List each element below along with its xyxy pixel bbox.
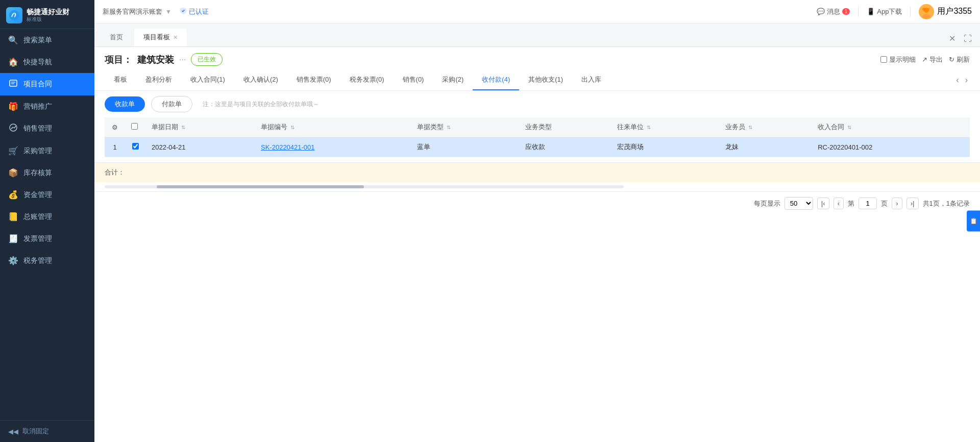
export-button[interactable]: ↗ 导出 (922, 55, 943, 64)
tab-close-icon[interactable]: ✕ (173, 34, 178, 41)
divider-1 (858, 7, 859, 17)
subtab-other-expense[interactable]: 其他收支(1) (519, 70, 572, 90)
subtab-prev-icon[interactable]: ‹ (954, 73, 961, 87)
sidebar-item-search[interactable]: 🔍 搜索菜单 (0, 29, 94, 51)
account-switcher[interactable]: 新服务官网演示账套 ▼ (103, 7, 172, 16)
page-input[interactable] (859, 198, 877, 209)
first-page-btn[interactable]: |‹ (817, 198, 829, 209)
sidebar-nav: 🔍 搜索菜单 🏠 快捷导航 项目合同 🎁 营销推广 (0, 29, 94, 420)
page-header-right: 显示明细 ↗ 导出 ↻ 刷新 (880, 55, 970, 64)
show-detail-checkbox[interactable] (880, 56, 887, 63)
row-index: 1 (105, 137, 125, 157)
refresh-icon: ↻ (949, 56, 954, 63)
more-options-icon[interactable]: ··· (179, 55, 186, 64)
search-icon: 🔍 (8, 35, 18, 45)
row-partner: 宏茂商场 (611, 137, 719, 157)
sidebar-item-ledger[interactable]: 📒 总账管理 (0, 206, 94, 228)
col-settings[interactable]: ⚙ (105, 117, 125, 137)
payment-filter-btn[interactable]: 付款单 (151, 96, 192, 112)
sidebar-item-marketing[interactable]: 🎁 营销推广 (0, 95, 94, 117)
number-sort-icon[interactable]: ⇅ (290, 125, 295, 130)
partner-sort-icon[interactable]: ⇅ (647, 125, 651, 130)
total-info: 共1页，1条记录 (923, 199, 970, 208)
refresh-button[interactable]: ↻ 刷新 (949, 55, 970, 64)
table-row[interactable]: 1 2022-04-21 SK-20220421-001 蓝单 应收款 宏茂商场 (105, 137, 970, 157)
app-version: 标准版 (27, 16, 69, 23)
subtab-income-contract[interactable]: 收入合同(1) (181, 70, 234, 90)
last-page-btn[interactable]: ›| (906, 198, 919, 209)
float-panel[interactable]: 📋 (967, 211, 980, 232)
sidebar-label-project: 项目合同 (23, 80, 52, 89)
user-menu[interactable]: 用户3355 (919, 4, 972, 19)
col-checkbox (125, 117, 145, 137)
row-checkbox[interactable] (132, 143, 139, 150)
verified-label: 已认证 (189, 7, 209, 16)
type-sort-icon[interactable]: ⇅ (447, 125, 451, 130)
select-all-checkbox[interactable] (131, 123, 138, 130)
phone-icon: 📱 (867, 8, 875, 15)
sidebar-item-sales[interactable]: 销售管理 (0, 117, 94, 140)
table-body: 1 2022-04-21 SK-20220421-001 蓝单 应收款 宏茂商场 (105, 137, 970, 157)
page-size-select[interactable]: 50 100 200 (785, 197, 813, 210)
subtab-warehouse[interactable]: 出入库 (572, 70, 610, 90)
subtab-sales[interactable]: 销售(0) (394, 70, 433, 90)
app-download-button[interactable]: 📱 App下载 (867, 7, 902, 16)
home-icon: 🏠 (8, 57, 18, 67)
col-type: 单据类型 ⇅ (411, 117, 519, 137)
row-biz-type: 应收款 (519, 137, 611, 157)
sidebar-item-invoice[interactable]: 🧾 发票管理 (0, 228, 94, 250)
svg-point-12 (922, 8, 925, 11)
sidebar-label-marketing: 营销推广 (23, 102, 52, 111)
subtab-next-icon[interactable]: › (963, 73, 970, 87)
tab-home[interactable]: 首页 (101, 29, 132, 46)
sidebar-item-inventory[interactable]: 📦 库存核算 (0, 162, 94, 184)
page-header: 项目： 建筑安装 ··· 已生效 显示明细 ↗ 导出 ↻ 刷新 (94, 47, 980, 70)
messages-badge: 1 (842, 8, 850, 15)
sidebar-label-capital: 资金管理 (23, 190, 52, 200)
row-number[interactable]: SK-20220421-001 (255, 137, 411, 157)
income-contract-sort-icon[interactable]: ⇅ (847, 125, 851, 130)
prev-page-btn[interactable]: ‹ (834, 198, 844, 209)
subtab-income-confirm[interactable]: 收入确认(2) (234, 70, 287, 90)
sidebar-label-quicknav: 快捷导航 (23, 58, 52, 67)
close-window-icon[interactable]: ✕ (947, 33, 958, 44)
main-area: 新服务官网演示账套 ▼ 已认证 💬 消息 1 📱 App下载 (94, 0, 980, 442)
data-table: ⚙ 单据日期 ⇅ 单据编号 ⇅ (105, 117, 970, 157)
content-area: 项目： 建筑安装 ··· 已生效 显示明细 ↗ 导出 ↻ 刷新 (94, 47, 980, 442)
avatar (919, 4, 934, 19)
col-salesperson: 业务员 ⇅ (719, 117, 812, 137)
sidebar-label-search: 搜索菜单 (23, 36, 52, 45)
sidebar-item-purchase[interactable]: 🛒 采购管理 (0, 140, 94, 162)
subtab-receipt[interactable]: 收付款(4) (473, 70, 519, 90)
subtab-sales-invoice[interactable]: 销售发票(0) (287, 70, 340, 90)
account-chevron-icon: ▼ (165, 8, 172, 15)
tab-project-board[interactable]: 项目看板 ✕ (134, 29, 187, 46)
sidebar-item-projectcontract[interactable]: 项目合同 (0, 73, 94, 95)
scrollbar-thumb[interactable] (157, 185, 364, 188)
app-download-label: App下载 (877, 7, 902, 16)
next-page-btn[interactable]: › (892, 198, 902, 209)
salesperson-sort-icon[interactable]: ⇅ (748, 125, 752, 130)
date-sort-icon[interactable]: ⇅ (181, 125, 185, 130)
svg-point-0 (9, 10, 19, 20)
sidebar-footer[interactable]: ◀◀ 取消固定 (0, 420, 94, 442)
receipt-filter-btn[interactable]: 收款单 (105, 96, 145, 112)
row-number-link[interactable]: SK-20220421-001 (261, 143, 315, 151)
inventory-icon: 📦 (8, 168, 18, 178)
sidebar-label-purchase: 采购管理 (23, 146, 52, 156)
subtab-profit[interactable]: 盈利分析 (136, 70, 181, 90)
subtab-kanban[interactable]: 看板 (105, 70, 136, 90)
sidebar-item-tax[interactable]: ⚙️ 税务管理 (0, 250, 94, 272)
subtab-tax-invoice[interactable]: 税务发票(0) (340, 70, 394, 90)
subtabbar: 看板 盈利分析 收入合同(1) 收入确认(2) 销售发票(0) 税务发票(0) (94, 70, 980, 91)
float-panel-icon: 📋 (970, 217, 977, 226)
show-detail-label: 显示明细 (889, 55, 916, 64)
tabbar-right: ✕ ⛶ (947, 33, 974, 46)
show-detail-wrap: 显示明细 (880, 55, 916, 64)
expand-window-icon[interactable]: ⛶ (962, 33, 974, 44)
messages-button[interactable]: 💬 消息 1 (817, 7, 850, 16)
sidebar-item-quicknav[interactable]: 🏠 快捷导航 (0, 51, 94, 73)
subtab-purchase[interactable]: 采购(2) (433, 70, 473, 90)
sidebar-item-capital[interactable]: 💰 资金管理 (0, 184, 94, 206)
svg-point-13 (928, 8, 930, 10)
